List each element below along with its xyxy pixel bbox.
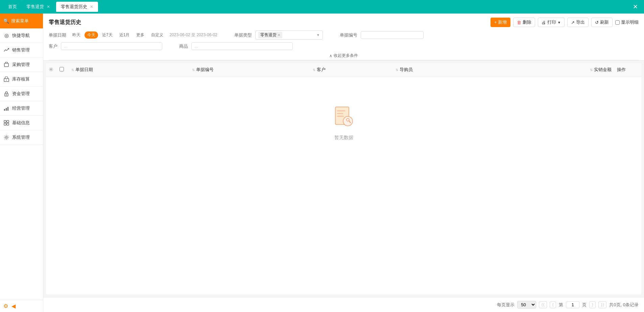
tab-home[interactable]: 首页 bbox=[3, 2, 22, 12]
filter-collapse-label: 收起更多条件 bbox=[334, 53, 358, 59]
system-icon bbox=[3, 134, 9, 140]
type-filter-select[interactable]: 零售退货 ✕ ▼ bbox=[255, 30, 323, 40]
new-button[interactable]: + 新增 bbox=[491, 18, 510, 27]
sidebar-toggle-button[interactable]: ◀ bbox=[11, 303, 16, 309]
table-col-check[interactable] bbox=[57, 63, 68, 76]
sidebar-item-sales[interactable]: 销售管理 bbox=[0, 43, 43, 58]
refresh-button[interactable]: ↺ 刷新 bbox=[591, 18, 613, 27]
print-button[interactable]: 🖨 打印 ▼ bbox=[538, 18, 565, 27]
sidebar-settings-button[interactable]: ⚙ bbox=[3, 303, 8, 309]
select-all-checkbox[interactable] bbox=[59, 67, 64, 71]
col-customer-sort-icon: ⇅ bbox=[313, 68, 315, 72]
show-detail-checkbox-label[interactable]: 显示明细 bbox=[615, 19, 639, 25]
svg-rect-16 bbox=[337, 113, 343, 114]
sales-icon bbox=[3, 47, 9, 53]
pagination: 每页显示 50 100 200 ⟨⟨ ⟨ 第 页 ⟩ ⟩⟩ 共0页, 0条记录 bbox=[43, 297, 644, 312]
quick-nav-icon: ◎ bbox=[3, 32, 9, 39]
export-button[interactable]: ↗ 导出 bbox=[567, 18, 589, 27]
goods-filter-label: 商品 bbox=[179, 43, 188, 49]
export-icon: ↗ bbox=[571, 20, 575, 25]
show-detail-label: 显示明细 bbox=[621, 19, 639, 25]
per-page-label: 每页显示 bbox=[497, 302, 515, 308]
sidebar-item-operations-label: 经营管理 bbox=[12, 105, 30, 111]
last-page-btn[interactable]: ⟩⟩ bbox=[598, 301, 606, 308]
prev-page-btn[interactable]: ⟨ bbox=[550, 301, 556, 308]
date-1month-btn[interactable]: 近1月 bbox=[117, 31, 133, 39]
sidebar-item-purchase[interactable]: 采购管理 bbox=[0, 58, 43, 72]
first-page-btn[interactable]: ⟨⟨ bbox=[539, 301, 547, 308]
sidebar-item-quick-nav-label: 快捷导航 bbox=[12, 32, 30, 39]
table-col-customer[interactable]: ⇅ 客户 bbox=[309, 63, 392, 76]
empty-state: 暂无数据 bbox=[46, 76, 641, 168]
sidebar-item-purchase-label: 采购管理 bbox=[12, 62, 30, 68]
customer-filter-select[interactable]: ... bbox=[61, 42, 162, 50]
date-filter-label: 单据日期 bbox=[49, 32, 66, 38]
inventory-icon bbox=[3, 76, 9, 82]
date-custom-btn[interactable]: 自定义 bbox=[148, 31, 166, 39]
goods-placeholder: ... bbox=[194, 44, 198, 49]
search-icon: 🔍 bbox=[3, 18, 9, 24]
type-tag-close[interactable]: ✕ bbox=[278, 33, 280, 37]
content-area: 零售退货历史 + 新增 🗑 删除 🖨 打印 ▼ ↗ 导出 bbox=[43, 14, 644, 312]
tab-retail-return-history[interactable]: 零售退货历史 ✕ bbox=[56, 2, 98, 12]
operations-icon bbox=[3, 105, 9, 111]
table-col-settings[interactable] bbox=[46, 63, 57, 76]
date-today-btn[interactable]: 今天 bbox=[85, 31, 98, 39]
sidebar-item-system[interactable]: 系统管理 bbox=[0, 130, 43, 145]
sidebar-search[interactable]: 🔍 搜索菜单 bbox=[0, 14, 43, 28]
empty-text: 暂无数据 bbox=[334, 135, 353, 141]
show-detail-checkbox[interactable] bbox=[615, 20, 620, 25]
customer-filter-label: 客户 bbox=[49, 43, 57, 49]
svg-rect-0 bbox=[4, 63, 8, 67]
sidebar-item-sales-label: 销售管理 bbox=[12, 47, 30, 53]
svg-rect-6 bbox=[6, 108, 7, 111]
table-col-voucher[interactable]: ⇅ 单据编号 bbox=[188, 63, 309, 76]
close-window-button[interactable]: ✕ bbox=[630, 3, 641, 10]
tab-retail-return-history-close[interactable]: ✕ bbox=[90, 4, 93, 9]
print-icon: 🖨 bbox=[542, 20, 546, 25]
filter-collapse-btn[interactable]: ∧ 收起更多条件 bbox=[49, 51, 639, 60]
filter-row-customer: 客户 ... 商品 ... bbox=[49, 42, 639, 50]
filter-area: 单据日期 昨天 今天 近7天 近1月 更多 自定义 2023-06-02 至 2… bbox=[49, 30, 639, 60]
date-filter-group: 昨天 今天 近7天 近1月 更多 自定义 bbox=[70, 31, 166, 39]
page-unit: 页 bbox=[582, 302, 587, 308]
print-dropdown-icon: ▼ bbox=[557, 21, 561, 24]
table-body: 暂无数据 bbox=[46, 76, 641, 168]
tab-retail-return-close[interactable]: ✕ bbox=[47, 4, 50, 9]
svg-rect-15 bbox=[337, 110, 345, 111]
date-7days-btn[interactable]: 近7天 bbox=[99, 31, 115, 39]
svg-rect-9 bbox=[7, 120, 9, 122]
tab-retail-return-history-label: 零售退货历史 bbox=[61, 4, 87, 10]
goods-filter-select[interactable]: ... bbox=[191, 42, 293, 50]
sidebar-item-inventory[interactable]: 库存核算 bbox=[0, 72, 43, 87]
sidebar-item-quick-nav[interactable]: ◎ 快捷导航 bbox=[0, 28, 43, 43]
sidebar-search-label: 搜索菜单 bbox=[11, 18, 29, 24]
delete-button[interactable]: 🗑 删除 bbox=[513, 18, 535, 27]
purchase-icon bbox=[3, 62, 9, 68]
tab-retail-return[interactable]: 零售退货 ✕ bbox=[22, 2, 55, 12]
sidebar-item-system-label: 系统管理 bbox=[12, 134, 30, 140]
type-select-arrow-icon: ▼ bbox=[316, 33, 320, 37]
date-more-btn[interactable]: 更多 bbox=[134, 31, 147, 39]
delete-icon: 🗑 bbox=[517, 20, 521, 25]
table-col-amount[interactable]: ⇅ 实销金额 bbox=[494, 63, 614, 76]
tab-retail-return-label: 零售退货 bbox=[26, 4, 44, 10]
sidebar-item-base-info[interactable]: 基础信息 bbox=[0, 116, 43, 130]
sidebar-item-operations[interactable]: 经营管理 bbox=[0, 101, 43, 116]
next-page-btn[interactable]: ⟩ bbox=[589, 301, 596, 308]
voucher-filter-input[interactable] bbox=[361, 31, 424, 39]
col-voucher-sort-icon: ⇅ bbox=[192, 68, 195, 72]
voucher-filter-label: 单据编号 bbox=[340, 32, 357, 38]
finance-icon bbox=[3, 91, 9, 97]
svg-point-12 bbox=[6, 137, 7, 138]
table-col-guide[interactable]: ⇅ 导购员 bbox=[392, 63, 494, 76]
sidebar-item-finance-label: 资金管理 bbox=[12, 91, 30, 97]
page-input[interactable] bbox=[566, 301, 579, 308]
page-title: 零售退货历史 bbox=[49, 19, 81, 26]
per-page-select[interactable]: 50 100 200 bbox=[517, 301, 536, 309]
main-layout: 🔍 搜索菜单 ◎ 快捷导航 销售管理 采购管理 库存核算 bbox=[0, 14, 644, 312]
date-yesterday-btn[interactable]: 昨天 bbox=[70, 31, 83, 39]
table-col-date[interactable]: ⇅ 单据日期 bbox=[68, 63, 188, 76]
sidebar-item-finance[interactable]: 资金管理 bbox=[0, 87, 43, 101]
svg-point-13 bbox=[50, 69, 52, 70]
